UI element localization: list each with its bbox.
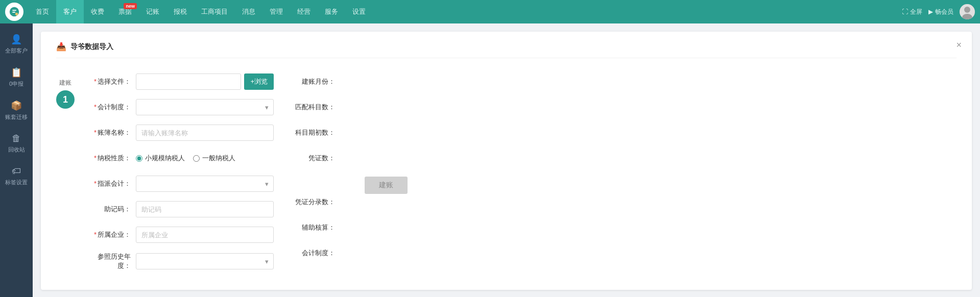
auxiliary-label: 辅助核算： bbox=[294, 223, 340, 232]
file-input[interactable] bbox=[136, 73, 241, 90]
memo-input[interactable] bbox=[136, 201, 274, 217]
accountant-select[interactable] bbox=[136, 176, 274, 192]
nav-item-fee[interactable]: 收费 bbox=[84, 0, 111, 23]
period-label: 科目期初数： bbox=[294, 128, 340, 137]
user-avatar[interactable] bbox=[960, 4, 975, 19]
voucher-records-row: 凭证分录数： bbox=[294, 194, 478, 210]
nav-item-message[interactable]: 消息 bbox=[235, 0, 262, 23]
fullscreen-btn[interactable]: ⛶ 全屏 bbox=[902, 8, 922, 16]
tax-general-radio[interactable] bbox=[193, 155, 200, 162]
nav-item-service[interactable]: 服务 bbox=[318, 0, 345, 23]
play-icon: ▶ bbox=[928, 8, 933, 15]
accountant-select-wrapper bbox=[136, 176, 274, 192]
accounting-select-wrapper bbox=[136, 99, 274, 115]
nav-item-business[interactable]: 工商项目 bbox=[194, 0, 235, 23]
sidebar-item-trash[interactable]: 🗑 回收站 bbox=[0, 128, 33, 159]
match-row: 匹配科目数： bbox=[294, 99, 478, 115]
accountant-label: *指派会计： bbox=[90, 179, 136, 188]
nav-item-invoice[interactable]: 票据 new bbox=[111, 0, 139, 23]
fullscreen-icon: ⛶ bbox=[902, 8, 908, 15]
company-row: *所属企业： bbox=[90, 227, 274, 243]
nav-item-manage[interactable]: 管理 bbox=[262, 0, 290, 23]
tax-general-option[interactable]: 一般纳税人 bbox=[193, 154, 235, 163]
tax-label: *纳税性质： bbox=[90, 154, 136, 163]
accounting-label: *会计制度： bbox=[90, 103, 136, 112]
main-content: 📥 导爷数据导入 × 建账 1 *选择文件： bbox=[33, 23, 980, 297]
sidebar-item-declare[interactable]: 📋 0申报 bbox=[0, 62, 33, 93]
svg-point-3 bbox=[964, 7, 970, 13]
month-label: 建账月份： bbox=[294, 77, 340, 86]
memo-row: 助记码： bbox=[90, 201, 274, 217]
match-label: 匹配科目数： bbox=[294, 103, 340, 112]
browse-button[interactable]: +浏览 bbox=[244, 73, 274, 90]
sidebar: 👤 全部客户 📋 0申报 📦 账套迁移 🗑 回收站 🏷 标签设置 bbox=[0, 23, 33, 297]
history-row: 参照历史年度： bbox=[90, 252, 274, 270]
tax-radio-group: 小规模纳税人 一般纳税人 bbox=[136, 154, 274, 163]
sidebar-item-tags[interactable]: 🏷 标签设置 bbox=[0, 161, 33, 191]
voucher-row: 凭证数： bbox=[294, 150, 478, 166]
tags-icon: 🏷 bbox=[12, 166, 21, 177]
ledger-row: *账簿名称： bbox=[90, 125, 274, 141]
nav-right: ⛶ 全屏 ▶ 畅会员 bbox=[902, 4, 975, 19]
app-logo bbox=[5, 3, 23, 21]
nav-item-settings[interactable]: 设置 bbox=[345, 0, 373, 23]
top-nav: 首页 客户 收费 票据 new 记账 报税 工商项目 消息 管理 经营 服务 设… bbox=[0, 0, 980, 23]
company-label: *所属企业： bbox=[90, 230, 136, 239]
file-row: *选择文件： +浏览 bbox=[90, 73, 274, 90]
invoice-badge: new bbox=[124, 3, 137, 9]
nav-item-client[interactable]: 客户 bbox=[56, 0, 84, 23]
import-card: 📥 导爷数据导入 × 建账 1 *选择文件： bbox=[41, 32, 972, 290]
tax-row: *纳税性质： 小规模纳税人 一般纳税人 bbox=[90, 150, 274, 166]
history-select[interactable] bbox=[136, 253, 274, 269]
accounting-row: *会计制度： bbox=[90, 99, 274, 115]
tax-small-option[interactable]: 小规模纳税人 bbox=[136, 154, 185, 163]
file-input-group: +浏览 bbox=[136, 73, 274, 90]
accountant-row: *指派会计： bbox=[90, 176, 274, 192]
voucher-label: 凭证数： bbox=[294, 154, 340, 163]
step-label: 建账 bbox=[59, 79, 71, 87]
member-btn[interactable]: ▶ 畅会员 bbox=[928, 8, 953, 16]
ledger-input[interactable] bbox=[136, 125, 274, 141]
accounting-select[interactable] bbox=[136, 99, 274, 115]
all-clients-icon: 👤 bbox=[11, 34, 22, 45]
nav-item-home[interactable]: 首页 bbox=[29, 0, 56, 23]
nav-item-operation[interactable]: 经营 bbox=[290, 0, 318, 23]
close-button[interactable]: × bbox=[956, 40, 962, 51]
tax-small-radio[interactable] bbox=[136, 155, 142, 162]
nav-items: 首页 客户 收费 票据 new 记账 报税 工商项目 消息 管理 经营 服务 设… bbox=[29, 0, 902, 23]
migrate-icon: 📦 bbox=[11, 100, 22, 111]
form-right: 建账月份： 匹配科目数： 科目期初数： 凭证数： bbox=[294, 73, 478, 280]
memo-label: 助记码： bbox=[90, 205, 136, 214]
sidebar-item-migrate[interactable]: 📦 账套迁移 bbox=[0, 95, 33, 126]
file-label: *选择文件： bbox=[90, 77, 136, 86]
history-select-wrapper bbox=[136, 253, 274, 269]
build-button[interactable]: 建账 bbox=[365, 177, 408, 194]
accounting-system-label: 会计制度： bbox=[294, 249, 340, 258]
sidebar-item-all-clients[interactable]: 👤 全部客户 bbox=[0, 29, 33, 60]
step-indicator: 建账 1 bbox=[56, 73, 75, 280]
company-input[interactable] bbox=[136, 227, 274, 243]
voucher-records-label: 凭证分录数： bbox=[294, 197, 340, 207]
auxiliary-row: 辅助核算： bbox=[294, 219, 478, 236]
nav-item-tax[interactable]: 报税 bbox=[166, 0, 194, 23]
form-left: *选择文件： +浏览 *会计制度： bbox=[90, 73, 274, 280]
page-title: 导爷数据导入 bbox=[70, 42, 113, 52]
svg-point-1 bbox=[15, 13, 18, 16]
step-circle: 1 bbox=[56, 90, 75, 109]
accounting-system-row: 会计制度： bbox=[294, 245, 478, 261]
card-header: 📥 导爷数据导入 bbox=[56, 42, 957, 58]
trash-icon: 🗑 bbox=[12, 133, 21, 144]
declare-icon: 📋 bbox=[11, 67, 22, 78]
history-label: 参照历史年度： bbox=[90, 252, 136, 270]
build-btn-row: 建账 bbox=[294, 177, 478, 194]
month-row: 建账月份： bbox=[294, 73, 478, 90]
period-row: 科目期初数： bbox=[294, 125, 478, 141]
ledger-label: *账簿名称： bbox=[90, 128, 136, 137]
import-icon: 📥 bbox=[56, 42, 66, 52]
nav-item-account[interactable]: 记账 bbox=[139, 0, 166, 23]
main-layout: 👤 全部客户 📋 0申报 📦 账套迁移 🗑 回收站 🏷 标签设置 📥 导爷数据导… bbox=[0, 23, 980, 297]
form-container: 建账 1 *选择文件： +浏览 bbox=[56, 73, 957, 280]
